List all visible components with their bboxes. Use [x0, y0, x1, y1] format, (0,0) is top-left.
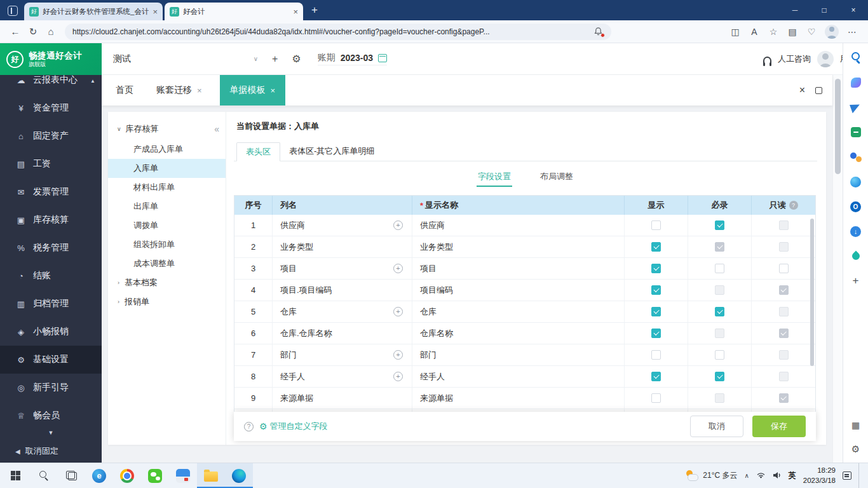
- add-favorite-icon[interactable]: ☆: [764, 23, 783, 41]
- add-reference-icon[interactable]: +: [393, 372, 403, 381]
- tab-close-icon[interactable]: ×: [271, 86, 276, 95]
- required-checkbox[interactable]: [715, 220, 724, 230]
- add-account-icon[interactable]: +: [272, 54, 278, 64]
- settings-menu-icon[interactable]: ⋯: [843, 23, 862, 41]
- taskbar-edge-button[interactable]: [225, 463, 253, 488]
- display-name-cell[interactable]: 仓库名称: [412, 323, 625, 344]
- browser-tab[interactable]: 好 好会计 ×: [165, 3, 303, 20]
- taskbar-chrome-button[interactable]: [113, 463, 141, 488]
- browser-essentials-icon[interactable]: ♡: [802, 23, 821, 41]
- account-settings-gear-icon[interactable]: ⚙: [292, 54, 301, 64]
- split-screen-icon[interactable]: ◫: [726, 23, 745, 41]
- required-checkbox[interactable]: [715, 350, 724, 360]
- send-icon[interactable]: [848, 99, 864, 116]
- tree-item[interactable]: 产成品入库单: [108, 140, 226, 159]
- sub-tab[interactable]: 字段设置: [478, 171, 511, 187]
- show-checkbox[interactable]: [651, 242, 661, 252]
- sidebar-item-funds[interactable]: ¥ 资金管理: [0, 94, 102, 122]
- copilot-icon[interactable]: [848, 74, 864, 91]
- tree-item[interactable]: 入库单: [108, 159, 226, 178]
- page-tab[interactable]: 账套迁移 ×: [156, 85, 202, 96]
- cancel-button[interactable]: 取消: [690, 416, 743, 437]
- account-select[interactable]: 测试 ∨: [113, 53, 258, 65]
- period-picker[interactable]: 账期 2023-03: [318, 52, 387, 65]
- display-name-cell[interactable]: 仓库: [412, 301, 625, 322]
- close-button[interactable]: ×: [839, 0, 868, 20]
- wifi-icon[interactable]: [756, 470, 766, 482]
- settings-icon[interactable]: [848, 441, 864, 458]
- show-checkbox[interactable]: [651, 372, 661, 381]
- skype-icon[interactable]: [848, 173, 864, 190]
- downloads-icon[interactable]: [848, 223, 864, 240]
- show-checkbox[interactable]: [651, 220, 661, 230]
- display-name-cell[interactable]: 部门: [412, 344, 625, 365]
- tree-node[interactable]: ›报销单: [108, 292, 226, 311]
- show-checkbox[interactable]: [651, 393, 661, 403]
- apps-icon[interactable]: [848, 417, 864, 433]
- sub-tab[interactable]: 布局调整: [540, 171, 573, 187]
- sidebar-item-member[interactable]: ♕ 畅会员: [0, 402, 102, 430]
- required-checkbox[interactable]: [715, 372, 724, 381]
- volume-icon[interactable]: [773, 470, 782, 482]
- page-scrollbar[interactable]: [832, 75, 843, 463]
- display-name-cell[interactable]: 经手人: [412, 366, 625, 387]
- outlook-icon[interactable]: [848, 198, 864, 215]
- taskbar-edge-legacy-button[interactable]: [85, 463, 113, 488]
- user-avatar[interactable]: [817, 51, 834, 67]
- browser-tab[interactable]: 好 好会计云财务软件管理系统_会计 ×: [24, 3, 163, 20]
- workspaces-icon[interactable]: [8, 6, 18, 16]
- notifications-blocked-icon[interactable]: [593, 27, 604, 37]
- search-icon[interactable]: [848, 50, 864, 66]
- tab-close-icon[interactable]: ×: [197, 86, 202, 95]
- sidebar-item-salary[interactable]: ▤ 工资: [0, 150, 102, 178]
- support-link[interactable]: 人工咨询: [778, 53, 811, 65]
- area-tab[interactable]: 表头区: [236, 142, 280, 161]
- save-button[interactable]: 保存: [752, 416, 806, 437]
- show-checkbox[interactable]: [651, 264, 661, 273]
- collapse-panel-icon[interactable]: «: [214, 124, 219, 134]
- taskbar-search-button[interactable]: [29, 463, 57, 488]
- tree-item[interactable]: 材料出库单: [108, 178, 226, 197]
- add-reference-icon[interactable]: +: [393, 264, 403, 273]
- tab-close-icon[interactable]: ×: [153, 7, 158, 17]
- show-checkbox[interactable]: [651, 307, 661, 316]
- close-panel-icon[interactable]: ×: [799, 85, 805, 96]
- home-icon[interactable]: ⌂: [42, 23, 60, 41]
- add-reference-icon[interactable]: +: [393, 220, 403, 230]
- tree-node[interactable]: ›基本档案: [108, 273, 226, 292]
- fullscreen-icon[interactable]: [815, 87, 822, 94]
- calendar-icon[interactable]: [848, 124, 864, 140]
- display-name-cell[interactable]: 项目编码: [412, 280, 625, 301]
- sidebar-item-fixed-assets[interactable]: ⌂ 固定资产: [0, 122, 102, 150]
- sidebar-scroll-down-icon[interactable]: ▼: [0, 430, 102, 436]
- sidebar-item-archive[interactable]: ▥ 归档管理: [0, 290, 102, 318]
- taskbar-start-button[interactable]: [1, 463, 29, 488]
- maximize-button[interactable]: □: [810, 0, 839, 20]
- tree-item[interactable]: 出库单: [108, 197, 226, 216]
- back-icon[interactable]: ←: [6, 23, 24, 41]
- required-checkbox[interactable]: [715, 264, 724, 273]
- drop-icon[interactable]: [848, 248, 864, 264]
- display-name-cell[interactable]: 供应商: [412, 215, 625, 236]
- clock[interactable]: 18:29 2023/3/18: [803, 466, 836, 485]
- refresh-icon[interactable]: ↻: [24, 23, 42, 41]
- ime-indicator[interactable]: 英: [789, 470, 796, 481]
- show-desktop-button[interactable]: [858, 463, 862, 488]
- show-checkbox[interactable]: [651, 329, 661, 338]
- readonly-checkbox[interactable]: [779, 264, 789, 273]
- help-icon[interactable]: ?: [244, 422, 254, 431]
- taskbar-task-view-button[interactable]: [57, 463, 85, 488]
- required-checkbox[interactable]: [715, 307, 724, 316]
- collections-icon[interactable]: ▤: [783, 23, 802, 41]
- people-icon[interactable]: [848, 149, 864, 165]
- display-name-cell[interactable]: 业务类型: [412, 236, 625, 257]
- weather-widget[interactable]: 21°C 多云: [684, 470, 737, 481]
- tree-item[interactable]: 成本调整单: [108, 254, 226, 273]
- table-scrollbar-thumb[interactable]: [810, 219, 814, 366]
- address-bar[interactable]: https://cloud2.chanjet.com/accounting/uh…: [65, 24, 611, 40]
- area-tab[interactable]: 表体区-其它入库单明细: [280, 142, 383, 161]
- show-checkbox[interactable]: [651, 350, 661, 360]
- browser-profile-avatar[interactable]: [825, 25, 839, 39]
- new-tab-button[interactable]: +: [311, 4, 318, 15]
- show-checkbox[interactable]: [651, 285, 661, 295]
